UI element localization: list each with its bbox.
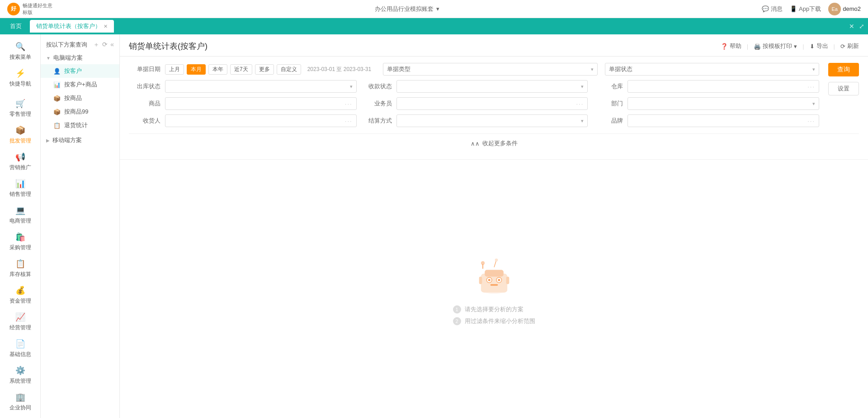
salesperson-input[interactable]: ··· <box>396 97 588 110</box>
return-scheme-icon: 📋 <box>53 122 61 129</box>
sidebar-item-retail[interactable]: 🛒 零售管理 <box>2 95 38 122</box>
order-status-label: 单据状态 <box>609 65 632 73</box>
scheme-item-return-stats[interactable]: 📋 退货统计 <box>41 119 119 132</box>
add-scheme-icon[interactable]: ＋ <box>93 41 99 49</box>
inventory-icon: 📋 <box>15 259 25 269</box>
wholesale-icon: 📦 <box>15 125 25 135</box>
warehouse-input[interactable]: ··· <box>627 80 819 93</box>
scheme-group-pc-header[interactable]: ▼ 电脑端方案 <box>41 52 119 64</box>
scheme-item-label-product: 按商品 <box>64 94 82 102</box>
tab-home[interactable]: 首页 <box>4 20 28 33</box>
department-select[interactable]: ▾ <box>627 97 819 110</box>
sidebar-item-sales[interactable]: 📊 销售管理 <box>2 175 38 202</box>
svg-rect-9 <box>506 276 509 284</box>
sidebar-item-system[interactable]: ⚙️ 系统管理 <box>2 362 38 389</box>
scheme-group-mobile-header[interactable]: ▶ 移动端方案 <box>41 134 119 147</box>
empty-tips: 1 请先选择要分析的方案 2 用过滤条件来缩小分析范围 <box>453 305 535 325</box>
divider1: | <box>747 43 748 50</box>
date-btn-more[interactable]: 更多 <box>255 64 274 75</box>
refresh-icon: ⟳ <box>840 43 845 50</box>
tab-bar: 首页 销货单统计表（按客户） ✕ ✕ ⤢ <box>0 18 868 34</box>
operations-icon: 📈 <box>15 312 25 322</box>
brand-dots: ··· <box>807 118 815 124</box>
product-input[interactable]: ··· <box>165 97 357 110</box>
sidebar-item-newbie[interactable]: 🎯 新手引导 <box>2 415 38 418</box>
payment-status-filter-label: 收款状态 <box>360 82 396 90</box>
tip-num-1: 1 <box>453 305 461 314</box>
query-button[interactable]: 查询 <box>828 63 859 76</box>
chevron-down-icon: ▼ <box>46 56 51 61</box>
content-area: 销货单统计表(按客户) ❓ 帮助 | 🖨️ 按模板打印 ▾ | ⬇ 导出 | <box>120 34 868 418</box>
svg-point-11 <box>481 261 484 265</box>
tab-maximize-area: ✕ ⤢ <box>849 23 864 30</box>
sidebar-item-marketing[interactable]: 📢 营销推广 <box>2 148 38 175</box>
sidebar-item-basic-info[interactable]: 📄 基础信息 <box>2 335 38 362</box>
payment-status-select[interactable]: ▾ <box>396 80 588 93</box>
sidebar-label-finance: 资金管理 <box>9 297 31 305</box>
out-status-chevron-icon: ▾ <box>350 84 353 90</box>
out-status-select[interactable]: ▾ <box>165 80 357 93</box>
date-btn-last-7[interactable]: 近7天 <box>230 64 252 75</box>
refresh-scheme-icon[interactable]: ⟳ <box>102 41 108 49</box>
settings-button[interactable]: 设置 <box>828 82 859 95</box>
scheme-item-label-return: 退货统计 <box>64 121 88 129</box>
maximize-icon[interactable]: ⤢ <box>859 23 864 30</box>
sidebar-label-wholesale: 批发管理 <box>9 137 31 145</box>
settlement-select[interactable]: ▾ <box>396 114 588 127</box>
sidebar-item-wholesale[interactable]: 📦 批发管理 <box>2 122 38 148</box>
scheme-item-label-customer: 按客户 <box>64 67 82 75</box>
logo-icon: 好 <box>7 3 20 15</box>
sidebar-item-operations[interactable]: 📈 经营管理 <box>2 309 38 335</box>
brand-filter-label: 品牌 <box>591 117 627 125</box>
collapse-button[interactable]: ∧∧ 收起更多条件 <box>468 137 520 150</box>
scheme-item-by-customer-product[interactable]: 📊 按客户+商品 <box>41 78 119 91</box>
basic-info-icon: 📄 <box>15 339 25 349</box>
export-button[interactable]: ⬇ 导出 <box>810 42 828 50</box>
receiver-input[interactable]: ··· <box>165 114 357 127</box>
help-button[interactable]: ❓ 帮助 <box>721 42 741 50</box>
scheme-item-by-customer[interactable]: 👤 按客户 <box>41 64 119 78</box>
tab-sales-stat[interactable]: 销货单统计表（按客户） ✕ <box>30 20 114 33</box>
warehouse-filter-label: 仓库 <box>591 82 627 90</box>
sidebar-item-ecommerce[interactable]: 💻 电商管理 <box>2 202 38 228</box>
scheme-panel-title: 按以下方案查询 <box>46 41 87 49</box>
app-download-button[interactable]: 📱 App下载 <box>790 5 821 13</box>
filter-main: 单据日期 上月 本月 本年 近7天 更多 自定义 2023-03-01 至 20… <box>129 63 823 132</box>
svg-point-13 <box>495 258 498 261</box>
order-status-select[interactable]: 单据状态 ▾ <box>605 63 819 76</box>
svg-rect-7 <box>490 284 498 285</box>
brand-input[interactable]: ··· <box>627 114 819 127</box>
date-btn-custom[interactable]: 自定义 <box>277 64 301 75</box>
scheme-item-by-product[interactable]: 📦 按商品 <box>41 91 119 105</box>
date-btn-this-year[interactable]: 本年 <box>208 64 227 75</box>
empty-tip-2: 2 用过滤条件来缩小分析范围 <box>453 317 535 325</box>
refresh-button[interactable]: ⟳ 刷新 <box>840 42 859 50</box>
purchase-icon: 🛍️ <box>15 232 25 242</box>
date-btn-last-month[interactable]: 上月 <box>165 64 184 75</box>
sidebar-item-purchase[interactable]: 🛍️ 采购管理 <box>2 228 38 255</box>
sidebar-label-quick: 快捷导航 <box>9 80 31 88</box>
sales-icon: 📊 <box>15 179 25 189</box>
print-button[interactable]: 🖨️ 按模板打印 ▾ <box>754 42 797 50</box>
sidebar-item-quick-nav[interactable]: ⚡ 快捷导航 <box>2 65 38 91</box>
sidebar-item-enterprise[interactable]: 🏢 企业协同 <box>2 389 38 415</box>
sidebar-item-finance[interactable]: 💰 资金管理 <box>2 282 38 309</box>
scheme-item-by-product-99[interactable]: 📦 按商品99 <box>41 105 119 119</box>
close-window-icon[interactable]: ✕ <box>849 23 854 30</box>
collapse-scheme-icon[interactable]: « <box>110 41 114 49</box>
tab-close-icon[interactable]: ✕ <box>104 24 108 29</box>
messages-button[interactable]: 💬 消息 <box>762 5 783 13</box>
svg-rect-8 <box>479 276 482 284</box>
user-area[interactable]: Ea demo2 <box>828 3 861 15</box>
sidebar-label-sales: 销售管理 <box>9 190 31 198</box>
order-type-select[interactable]: 单据类型 ▾ <box>383 63 597 76</box>
sidebar-item-search-menu[interactable]: 🔍 搜索菜单 <box>2 38 38 65</box>
search-icon: 🔍 <box>15 42 25 52</box>
industry-selector-area[interactable]: 办公用品行业模拟账套 ▾ <box>375 5 439 13</box>
product-scheme-icon: 📦 <box>53 95 61 102</box>
sidebar-item-inventory[interactable]: 📋 库存核算 <box>2 255 38 282</box>
date-filter-row: 单据日期 上月 本月 本年 近7天 更多 自定义 2023-03-01 至 20… <box>129 63 823 76</box>
department-chevron-icon: ▾ <box>812 101 815 107</box>
finance-icon: 💰 <box>15 285 25 295</box>
date-btn-this-month[interactable]: 本月 <box>187 64 206 75</box>
